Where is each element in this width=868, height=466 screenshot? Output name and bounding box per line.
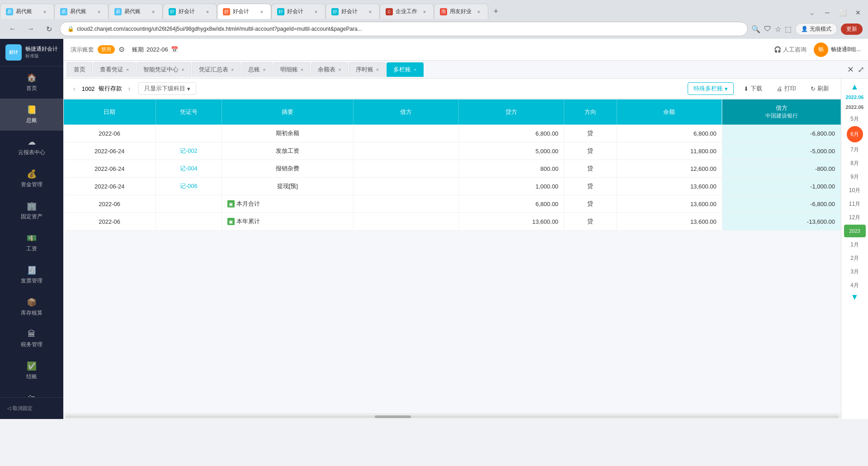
tab-sequence[interactable]: 序时账 × — [349, 62, 386, 77]
tab-balance-close[interactable]: × — [338, 67, 341, 72]
tab-6[interactable]: 好 好会计 × — [271, 4, 326, 19]
month-item-5[interactable]: 5月 — [844, 113, 866, 125]
tab-smart-voucher[interactable]: 智能凭证中心 × — [137, 62, 191, 77]
tab-view-voucher[interactable]: 查看凭证 × — [93, 62, 136, 77]
wuhen-button[interactable]: 👤 无痕模式 — [795, 23, 837, 35]
tab-2[interactable]: 易 易代账 × — [54, 4, 108, 19]
refresh-button[interactable]: ↻ — [42, 22, 56, 36]
shield-icon[interactable]: 🛡 — [764, 25, 771, 33]
sidebar-item-salary[interactable]: 💵 工资 — [0, 227, 63, 259]
back-button[interactable]: ← — [5, 22, 20, 36]
scroll-thumb[interactable] — [375, 415, 411, 418]
prev-account-button[interactable]: ‹ — [71, 84, 78, 93]
tab-6-close[interactable]: × — [312, 8, 320, 15]
extension-icon[interactable]: ⬚ — [785, 25, 792, 33]
search-icon[interactable]: 🔍 — [751, 25, 760, 33]
consult-button[interactable]: 🎧 人工咨询 — [774, 46, 807, 54]
sidebar-item-funds[interactable]: 💰 资金管理 — [0, 163, 63, 195]
filter-subcategory-button[interactable]: 只显示下级科目 ▾ — [138, 82, 196, 95]
tab-3-close[interactable]: × — [150, 8, 157, 15]
tab-3[interactable]: 易 易代账 × — [108, 4, 163, 19]
tab-home[interactable]: 首页 — [67, 62, 92, 77]
download-button[interactable]: ⬇ 下载 — [739, 83, 767, 94]
tab-7[interactable]: 好 好会计 × — [326, 4, 380, 19]
header-right: 🎧 人工咨询 畅 畅捷通B组... — [774, 42, 861, 57]
tab-5[interactable]: 好 好会计 × — [217, 4, 271, 19]
cell-voucher-2[interactable]: 记-004 — [156, 160, 222, 178]
print-button[interactable]: 🖨 打印 — [772, 83, 801, 94]
close-window-button[interactable]: ✕ — [852, 6, 864, 19]
tab-general-ledger-close[interactable]: × — [263, 67, 265, 72]
month-item-9[interactable]: 9月 — [844, 170, 866, 183]
tab-8[interactable]: C 企业工作 × — [380, 4, 434, 19]
demo-badge[interactable]: 禁用 — [98, 45, 115, 54]
forward-button[interactable]: → — [24, 22, 38, 36]
month-item-6[interactable]: 6月 — [847, 126, 863, 142]
account-code: 1002 — [82, 85, 95, 92]
update-button[interactable]: 更新 — [841, 24, 863, 35]
tab-detail-ledger-close[interactable]: × — [301, 67, 303, 72]
month-item-2023-4[interactable]: 4月 — [844, 279, 866, 292]
refresh-label: 刷新 — [817, 85, 829, 93]
tab-9-close[interactable]: × — [475, 8, 482, 15]
tab-4[interactable]: 好 好会计 × — [163, 4, 217, 19]
tab-2-close[interactable]: × — [95, 8, 103, 15]
minimize-button[interactable]: ─ — [821, 6, 834, 19]
tab-list-button[interactable]: ⌵ — [806, 6, 818, 19]
tab-smart-voucher-close[interactable]: × — [181, 67, 184, 72]
sidebar-item-cloud-report[interactable]: ☁ 云报表中心 — [0, 131, 63, 163]
sidebar-item-ledger[interactable]: 📒 总账 — [0, 99, 63, 131]
sidebar-item-archive[interactable]: 🗂 归档管理 — [0, 387, 63, 397]
tab-home-label: 首页 — [74, 66, 85, 74]
tab-1-close[interactable]: × — [41, 8, 48, 15]
tab-balance[interactable]: 余额表 × — [311, 62, 348, 77]
tab-voucher-summary[interactable]: 凭证汇总表 × — [192, 62, 241, 77]
refresh-ledger-button[interactable]: ↻ 刷新 — [806, 83, 834, 94]
address-input[interactable]: 🔒 cloud2.chanjet.com/accounting/uh26t264… — [60, 22, 748, 36]
month-item-8[interactable]: 8月 — [844, 157, 866, 169]
settings-gear-icon[interactable]: ⚙ — [118, 45, 125, 54]
cancel-fixed-button[interactable]: ◁ 取消固定 — [5, 402, 59, 414]
sidebar-item-tax[interactable]: 🏛 税务管理 — [0, 323, 63, 355]
special-account-button[interactable]: 特殊多栏账 ▾ — [688, 82, 734, 95]
month-item-7[interactable]: 7月 — [844, 143, 866, 156]
month-item-11[interactable]: 11月 — [844, 198, 866, 210]
cell-voucher-1[interactable]: 记-002 — [156, 142, 222, 160]
tab-4-close[interactable]: × — [204, 8, 211, 15]
sidebar-item-fixed-assets[interactable]: 🏢 固定资产 — [0, 195, 63, 227]
calendar-scroll-down[interactable]: ▼ — [851, 292, 859, 302]
tab-7-close[interactable]: × — [367, 8, 374, 15]
month-item-10[interactable]: 10月 — [844, 184, 866, 197]
tab-1[interactable]: 易 易代账 × — [0, 4, 54, 19]
next-account-button[interactable]: › — [126, 84, 133, 93]
tab-view-voucher-close[interactable]: × — [126, 67, 129, 72]
tab-multi-column-close[interactable]: × — [414, 67, 416, 72]
sidebar-item-close[interactable]: ✅ 结账 — [0, 355, 63, 387]
tab-detail-ledger[interactable]: 明细账 × — [274, 62, 310, 77]
restore-button[interactable]: ⬜ — [836, 6, 849, 19]
calendar-scroll-up[interactable]: ▲ — [851, 82, 859, 92]
month-item-2023-1[interactable]: 1月 — [844, 238, 866, 251]
tab-5-close[interactable]: × — [258, 8, 265, 15]
sidebar-item-invoice[interactable]: 🧾 发票管理 — [0, 259, 63, 291]
month-item-12[interactable]: 12月 — [844, 211, 866, 224]
tab-multi-column[interactable]: 多栏账 × — [387, 62, 423, 77]
header-balance: 余额 — [617, 99, 722, 125]
horizontal-scrollbar[interactable] — [63, 414, 841, 419]
tab-general-ledger[interactable]: 总账 × — [241, 62, 272, 77]
close-tab-icon[interactable]: ✕ — [847, 65, 854, 75]
star-icon[interactable]: ☆ — [775, 25, 781, 33]
month-item-2023-3[interactable]: 3月 — [844, 265, 866, 278]
tab-9[interactable]: 用 用友好业 × — [434, 4, 488, 19]
tab-sequence-close[interactable]: × — [376, 67, 379, 72]
tab-8-close[interactable]: × — [421, 8, 428, 15]
scroll-track[interactable] — [65, 415, 839, 418]
expand-tab-icon[interactable]: ⤢ — [858, 65, 864, 75]
sidebar-item-inventory[interactable]: 📦 库存核算 — [0, 291, 63, 323]
tab-voucher-summary-close[interactable]: × — [231, 67, 234, 72]
cell-voucher-3[interactable]: 记-006 — [156, 178, 222, 195]
sidebar-item-home[interactable]: 🏠 首页 — [0, 66, 63, 99]
calendar-icon[interactable]: 📅 — [171, 46, 178, 53]
new-tab-button[interactable]: + — [488, 4, 504, 19]
month-item-2023-2[interactable]: 2月 — [844, 252, 866, 264]
